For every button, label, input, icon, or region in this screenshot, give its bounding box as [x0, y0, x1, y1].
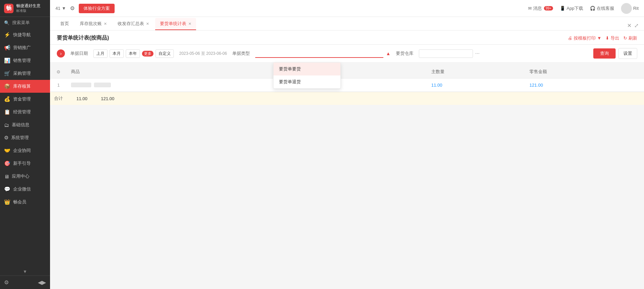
- close-all-tabs-icon[interactable]: ✕: [627, 22, 631, 29]
- app-download-label: App下载: [567, 5, 583, 12]
- logo-title: 畅捷通好生意: [16, 3, 41, 9]
- page-content: 要货单统计表(按商品) 🖨 按模板打印 ▼ ⬇ 导出 ↻ 刷新 ›: [50, 30, 644, 289]
- sidebar-item-system[interactable]: ⚙ 系统管理: [0, 131, 50, 144]
- sidebar-item-sales[interactable]: 📊 销售管理: [0, 54, 50, 67]
- warehouse-input[interactable]: [419, 49, 473, 58]
- operation-icon: 📋: [4, 109, 10, 115]
- table-row: 1 块 11.00 121.00: [50, 79, 644, 92]
- quantity-link[interactable]: 11.00: [431, 83, 443, 88]
- sales-icon: 📊: [4, 58, 10, 64]
- date-btn-year[interactable]: 本年: [126, 49, 140, 58]
- dropdown-item-return[interactable]: 要货单退货: [273, 75, 340, 88]
- sidebar-item-enterprise[interactable]: 🤝 企业协同: [0, 144, 50, 157]
- filter-bar: › 单据日期 上月 本月 本年 更多 自定义 2023-05-06 至 2023…: [50, 45, 644, 63]
- tab-home[interactable]: 首页: [55, 18, 74, 30]
- amount-link[interactable]: 121.00: [529, 83, 543, 88]
- export-action[interactable]: ⬇ 导出: [605, 35, 619, 41]
- sidebar-item-finance[interactable]: 💰 资金管理: [0, 93, 50, 106]
- sidebar-item-label: 采购管理: [13, 70, 31, 76]
- tab-order-stats[interactable]: 要货单统计表 ✕: [155, 18, 196, 30]
- date-btn-custom[interactable]: 自定义: [156, 49, 174, 58]
- sidebar-item-wechat[interactable]: 💬 企业微信: [0, 183, 50, 196]
- sidebar-logo: 畅 畅捷通好生意 标准版: [0, 0, 50, 17]
- page-header: 要货单统计表(按商品) 🖨 按模板打印 ▼ ⬇ 导出 ↻ 刷新: [50, 30, 644, 45]
- filter-more-icon[interactable]: ···: [475, 50, 479, 57]
- row-product: [67, 79, 288, 92]
- sidebar-item-vip[interactable]: 👑 畅会员: [0, 196, 50, 208]
- sidebar: 畅 畅捷通好生意 标准版 🔍 搜索菜单 ⚡ 快捷导航 📢 营销推广 📊 销售管理…: [0, 0, 50, 289]
- type-arrow-icon[interactable]: ▲: [386, 51, 391, 56]
- header-gear-icon[interactable]: ⚙: [70, 5, 75, 12]
- guide-icon: 🎯: [4, 160, 10, 166]
- sidebar-scroll-down[interactable]: ▼: [0, 268, 50, 275]
- sidebar-item-purchase[interactable]: 🛒 采购管理: [0, 67, 50, 80]
- close-shipment-summary-icon[interactable]: ✕: [146, 22, 149, 26]
- expand-tabs-icon[interactable]: ⤢: [634, 22, 639, 29]
- date-badge-more[interactable]: 更多: [142, 51, 153, 57]
- purchase-icon: 🛒: [4, 70, 10, 76]
- sidebar-search[interactable]: 🔍 搜索菜单: [0, 17, 50, 28]
- marketing-icon: 📢: [4, 45, 10, 51]
- dropdown-item-order[interactable]: 要货单要货: [273, 63, 340, 75]
- row-index: 1: [50, 79, 67, 92]
- sidebar-item-operation[interactable]: 📋 经营管理: [0, 106, 50, 118]
- username: Rit: [633, 6, 639, 11]
- data-table: ⚙ 商品 主计量单位 主数量 零售金额 1: [50, 65, 644, 92]
- tab-inventory-batch-label: 库存批次账: [80, 21, 102, 27]
- row-quantity[interactable]: 11.00: [427, 79, 526, 92]
- export-icon: ⬇: [605, 36, 609, 41]
- tab-inventory-batch[interactable]: 库存批次账 ✕: [75, 18, 112, 30]
- warehouse-label: 要货仓库: [396, 50, 413, 57]
- notification-btn[interactable]: ✉ 消息 99+: [528, 5, 553, 12]
- message-icon: ✉: [528, 6, 532, 11]
- settings-btn[interactable]: 设置: [618, 48, 637, 59]
- date-btn-current-month[interactable]: 本月: [110, 49, 124, 58]
- sidebar-item-label: 畅会员: [13, 199, 26, 205]
- sidebar-item-label: 经营管理: [13, 109, 31, 115]
- filter-warehouse-group: ···: [419, 49, 479, 58]
- avatar: [621, 3, 632, 14]
- col-settings[interactable]: ⚙: [50, 65, 67, 79]
- sidebar-item-inventory[interactable]: 📦 库存核算: [0, 80, 50, 93]
- query-btn[interactable]: 查询: [593, 48, 616, 59]
- date-btn-up-month[interactable]: 上月: [93, 49, 108, 58]
- sidebar-item-basic[interactable]: 🗂 基础信息: [0, 118, 50, 131]
- tab-shipment-summary-label: 收发存汇总表: [118, 21, 144, 27]
- table-wrapper: ⚙ 商品 主计量单位 主数量 零售金额 1: [50, 65, 644, 105]
- close-order-stats-icon[interactable]: ✕: [188, 22, 191, 26]
- print-action[interactable]: 🖨 按模板打印 ▼: [568, 35, 601, 41]
- user-menu[interactable]: Rit: [621, 3, 639, 14]
- sidebar-item-app[interactable]: 🖥 应用中心: [0, 170, 50, 183]
- trial-btn[interactable]: 体验行业方案: [79, 4, 115, 13]
- filter-expand-btn[interactable]: ›: [57, 49, 65, 58]
- headset-icon: 🎧: [590, 6, 595, 11]
- sidebar-item-label: 企业协同: [13, 148, 31, 154]
- table-settings-icon[interactable]: ⚙: [56, 69, 61, 74]
- sidebar-footer: ⚙ ◀▶: [0, 275, 50, 289]
- store-selector[interactable]: 41 ▼: [55, 6, 66, 11]
- col-product: 商品: [67, 65, 288, 79]
- sidebar-item-marketing[interactable]: 📢 营销推广: [0, 41, 50, 54]
- basic-icon: 🗂: [4, 122, 9, 128]
- settings-icon[interactable]: ⚙: [4, 279, 9, 286]
- system-icon: ⚙: [4, 135, 8, 141]
- online-service-btn[interactable]: 🎧 在线客服: [590, 5, 614, 12]
- notif-badge: 99+: [544, 6, 553, 10]
- print-icon: 🖨: [568, 36, 572, 41]
- sidebar-item-guide[interactable]: 🎯 新手引导: [0, 157, 50, 170]
- refresh-action[interactable]: ↻ 刷新: [623, 35, 637, 41]
- collapse-icon[interactable]: ◀▶: [38, 279, 46, 286]
- app-download-btn[interactable]: 📱 App下载: [560, 5, 583, 12]
- tab-order-stats-label: 要货单统计表: [160, 21, 186, 27]
- print-label: 按模板打印: [574, 35, 596, 41]
- tab-shipment-summary[interactable]: 收发存汇总表 ✕: [113, 18, 154, 30]
- wechat-icon: 💬: [4, 186, 10, 192]
- type-dropdown: 要货单要货 要货单退货: [273, 62, 341, 89]
- sidebar-item-quick-nav[interactable]: ⚡ 快捷导航: [0, 28, 50, 41]
- dropdown-arrow-icon: ▼: [62, 6, 66, 11]
- online-service-label: 在线客服: [597, 5, 614, 12]
- sidebar-item-label: 资金管理: [13, 96, 31, 102]
- type-select-input[interactable]: [255, 49, 383, 58]
- close-inventory-batch-icon[interactable]: ✕: [104, 22, 107, 26]
- row-amount[interactable]: 121.00: [525, 79, 644, 92]
